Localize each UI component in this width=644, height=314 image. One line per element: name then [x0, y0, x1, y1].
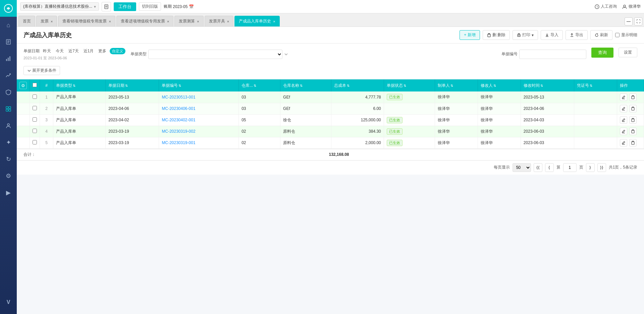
tab-calc[interactable]: 发票测算 ×: [174, 16, 203, 26]
row-code[interactable]: MC-20230513-001: [159, 91, 239, 103]
app-logo[interactable]: [0, 0, 17, 17]
date-7days[interactable]: 近7天: [67, 48, 80, 55]
import-button[interactable]: 导入: [541, 30, 563, 40]
tab-minimize-button[interactable]: —: [625, 17, 633, 25]
sidebar-item-home[interactable]: ⌂: [0, 17, 17, 34]
query-button[interactable]: 查询: [591, 48, 613, 58]
tab-sales-vat[interactable]: 查看销项增值税专用发票 ×: [58, 16, 115, 26]
sidebar-item-shield[interactable]: [0, 84, 17, 101]
date-custom-badge[interactable]: 自定义: [110, 48, 125, 54]
row-checkbox[interactable]: [33, 106, 37, 110]
company-selector[interactable]: (库存核算）直播轻推通信息技术股份... ▾: [20, 2, 99, 11]
row-code-link[interactable]: MC-20230319-002: [162, 129, 195, 134]
row-checkbox[interactable]: [33, 117, 37, 122]
sidebar-item-analytics[interactable]: [0, 67, 17, 84]
row-checkbox[interactable]: [33, 129, 37, 133]
col-status-header[interactable]: 单据状态⇅: [384, 79, 435, 91]
row-delete-button[interactable]: [629, 93, 637, 101]
row-edit-button[interactable]: [620, 139, 627, 146]
help-button[interactable]: ? 人工咨询: [595, 4, 617, 9]
date-1month[interactable]: 近1月: [82, 48, 95, 55]
row-code[interactable]: MC-20230402-001: [159, 114, 239, 126]
col-voucher-header[interactable]: 凭证号⇅: [574, 79, 617, 91]
row-edit-button[interactable]: [620, 105, 627, 112]
select-all-checkbox[interactable]: [33, 83, 37, 87]
col-checkbox-all[interactable]: [30, 79, 40, 91]
date-yesterday[interactable]: 昨天: [42, 48, 52, 55]
sidebar-item-v[interactable]: V: [0, 294, 17, 311]
doc-button[interactable]: [102, 2, 111, 11]
col-total-cost-header[interactable]: 总成本⇅: [331, 79, 384, 91]
row-checkbox-cell[interactable]: [30, 137, 40, 148]
row-delete-button[interactable]: [629, 128, 637, 135]
delete-button[interactable]: 删 删除: [483, 30, 510, 40]
tab-sales-vat-close[interactable]: ×: [109, 19, 111, 23]
sidebar-item-grid[interactable]: [0, 101, 17, 117]
page-next-button[interactable]: ⟩: [586, 163, 595, 172]
row-delete-button[interactable]: [629, 139, 637, 146]
sidebar-item-stamp[interactable]: ✦: [0, 134, 17, 151]
export-button[interactable]: 导出: [566, 30, 588, 40]
tab-product-in-close[interactable]: ×: [273, 19, 275, 23]
tab-issue[interactable]: 发票开具 ×: [205, 16, 233, 26]
col-modify-time-header[interactable]: 修改时间⇅: [521, 79, 574, 91]
row-edit-button[interactable]: [620, 116, 627, 124]
refresh-button[interactable]: 刷新: [590, 30, 612, 40]
row-code-link[interactable]: MC-20230402-001: [162, 118, 195, 122]
col-type-header[interactable]: 单据类型⇅: [53, 79, 106, 91]
row-edit-button[interactable]: [620, 93, 627, 101]
tab-input-vat-close[interactable]: ×: [167, 19, 169, 23]
workspace-button[interactable]: 工作台: [114, 2, 136, 11]
setting-button[interactable]: 设置: [619, 48, 637, 57]
row-delete-button[interactable]: [629, 105, 637, 112]
row-code[interactable]: MC-20230319-002: [159, 126, 239, 137]
code-filter-input[interactable]: [519, 50, 586, 59]
tab-input-vat[interactable]: 查看进项增值税专用发票 ×: [116, 16, 173, 26]
page-first-button[interactable]: ⟨⟨: [534, 163, 542, 172]
print-button[interactable]: 打印 ▾: [513, 30, 538, 40]
display-toggle-checkbox[interactable]: [615, 33, 620, 37]
tab-invoice-close[interactable]: ×: [51, 19, 53, 23]
row-checkbox-cell[interactable]: [30, 103, 40, 114]
col-settings[interactable]: ⚙: [17, 79, 30, 91]
date-more[interactable]: 更多: [97, 48, 108, 55]
sidebar-item-play[interactable]: ▶: [0, 184, 17, 201]
col-warehouse-code-header[interactable]: 仓库...⇅: [239, 79, 280, 91]
user-profile[interactable]: 徐泽华: [622, 4, 641, 9]
sidebar-item-settings[interactable]: ⚙: [0, 168, 17, 184]
tab-home[interactable]: 首页: [18, 16, 35, 26]
new-button[interactable]: + 新增: [460, 30, 480, 40]
sidebar-item-docs[interactable]: [0, 34, 17, 50]
per-page-select[interactable]: 50 100: [513, 163, 531, 172]
row-delete-button[interactable]: [629, 116, 637, 124]
col-creator-header[interactable]: 制单人⇅: [435, 79, 478, 91]
tab-product-in[interactable]: 产成品入库单历史 ×: [234, 16, 279, 26]
row-checkbox[interactable]: [33, 140, 37, 144]
type-filter-select[interactable]: [148, 50, 282, 59]
row-checkbox[interactable]: [33, 95, 37, 99]
row-code-link[interactable]: MC-20230319-001: [162, 140, 195, 145]
tab-invoice[interactable]: 发票 ×: [36, 16, 57, 26]
sidebar-item-chart[interactable]: [0, 50, 17, 67]
row-code-link[interactable]: MC-20230406-001: [162, 106, 195, 111]
row-checkbox-cell[interactable]: [30, 91, 40, 103]
col-warehouse-name-header[interactable]: 仓库名称⇅: [280, 79, 331, 91]
row-code-link[interactable]: MC-20230513-001: [162, 95, 195, 100]
page-number-input[interactable]: [563, 163, 577, 172]
sidebar-item-person[interactable]: [0, 117, 17, 134]
row-checkbox-cell[interactable]: [30, 114, 40, 126]
page-last-button[interactable]: ⟩⟩: [597, 163, 606, 172]
row-checkbox-cell[interactable]: [30, 126, 40, 137]
switch-version-button[interactable]: 切到旧版: [139, 2, 161, 11]
col-settings-icon[interactable]: ⚙: [19, 82, 27, 89]
row-edit-button[interactable]: [620, 128, 627, 135]
date-today[interactable]: 今天: [54, 48, 65, 55]
col-date-header[interactable]: 单据日期⇅: [106, 79, 159, 91]
page-prev-button[interactable]: ⟨: [545, 163, 554, 172]
row-code[interactable]: MC-20230406-001: [159, 103, 239, 114]
tab-maximize-button[interactable]: ⛶: [634, 17, 642, 25]
sidebar-item-refresh[interactable]: ↻: [0, 151, 17, 168]
tab-calc-close[interactable]: ×: [197, 19, 199, 23]
row-code[interactable]: MC-20230319-001: [159, 137, 239, 148]
col-code-header[interactable]: 单据编号⇅: [159, 79, 239, 91]
